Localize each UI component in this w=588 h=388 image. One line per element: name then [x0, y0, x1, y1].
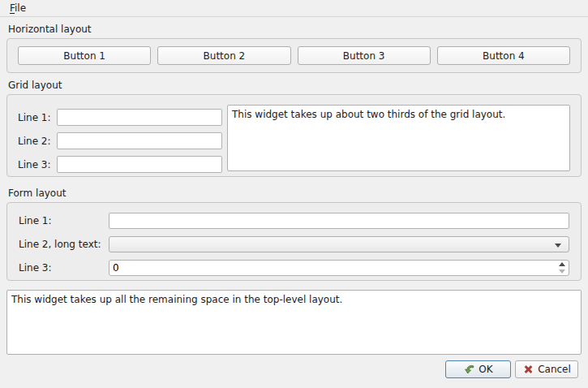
form-line2-field	[109, 236, 569, 252]
groupbox-grid-title: Grid layout	[8, 80, 582, 92]
grid-row-1: Line 1:	[18, 109, 222, 126]
menu-file-rest: ile	[15, 2, 26, 14]
dialog-button-box: OK Cancel	[0, 360, 578, 378]
grid-line2-label: Line 2:	[18, 136, 57, 147]
groupbox-horizontal-frame: Button 1 Button 2 Button 3 Button 4	[6, 38, 582, 73]
triangle-up-icon	[559, 262, 565, 266]
form-line2-label: Line 2, long text:	[19, 239, 109, 250]
button-3[interactable]: Button 3	[298, 46, 431, 65]
form-line3-spinbox[interactable]	[109, 260, 569, 276]
form-row-1: Line 1:	[19, 213, 569, 229]
form-line1-field	[109, 213, 569, 229]
button-2[interactable]: Button 2	[157, 46, 290, 65]
cancel-button-label: Cancel	[538, 364, 571, 375]
ok-button[interactable]: OK	[445, 360, 511, 378]
grid-line1-label: Line 1:	[18, 112, 57, 123]
grid-line3-label: Line 3:	[18, 159, 57, 170]
groupbox-form-frame: Line 1: Line 2, long text: Line 3:	[6, 202, 582, 281]
form-line3-label: Line 3:	[19, 262, 109, 274]
groupbox-grid-layout: Grid layout Line 1: Line 2: Line 3: This…	[6, 80, 582, 177]
ok-button-label: OK	[479, 364, 492, 375]
spinbox-value-input[interactable]	[109, 261, 556, 275]
cancel-red-x-icon	[522, 364, 534, 376]
central-widget: Horizontal layout Button 1 Button 2 Butt…	[0, 24, 588, 281]
form-row-2: Line 2, long text:	[19, 236, 569, 252]
grid-row-2: Line 2:	[18, 132, 222, 149]
form-line1-input[interactable]	[109, 213, 569, 229]
ok-green-arrow-icon	[463, 364, 475, 376]
cancel-button[interactable]: Cancel	[515, 360, 578, 378]
groupbox-form-title: Form layout	[8, 188, 582, 200]
form-row-3: Line 3:	[19, 260, 569, 276]
form-line1-label: Line 1:	[19, 215, 109, 226]
grid-line1-input[interactable]	[57, 109, 222, 126]
groupbox-horizontal-title: Horizontal layout	[8, 24, 582, 36]
grid-line3-input[interactable]	[57, 156, 222, 173]
menu-file[interactable]: File	[5, 1, 31, 15]
form-line2-combobox[interactable]	[109, 236, 569, 252]
grid-text-edit[interactable]: This widget takes up about two thirds of…	[227, 105, 570, 171]
window: { "menu_bar": { "items": [ { "name": "fi…	[0, 0, 588, 388]
form-line3-field	[109, 260, 569, 276]
button-4[interactable]: Button 4	[437, 46, 570, 65]
chevron-down-icon	[555, 244, 561, 248]
spinbox-down-button[interactable]	[556, 268, 569, 275]
grid-line2-input[interactable]	[57, 132, 222, 149]
bottom-text-edit[interactable]: This widget takes up all the remaining s…	[6, 290, 582, 355]
menu-bar: File	[0, 0, 588, 17]
groupbox-grid-frame: Line 1: Line 2: Line 3: This widget take…	[6, 94, 582, 177]
spinbox-buttons	[556, 261, 569, 275]
groupbox-horizontal-layout: Horizontal layout Button 1 Button 2 Butt…	[6, 24, 582, 73]
grid-row-3: Line 3:	[18, 156, 222, 173]
button-1[interactable]: Button 1	[18, 46, 151, 65]
spinbox-up-button[interactable]	[556, 261, 569, 268]
grid-left-column: Line 1: Line 2: Line 3:	[18, 109, 222, 176]
groupbox-form-layout: Form layout Line 1: Line 2, long text: L…	[6, 188, 582, 281]
triangle-down-icon	[559, 269, 565, 274]
